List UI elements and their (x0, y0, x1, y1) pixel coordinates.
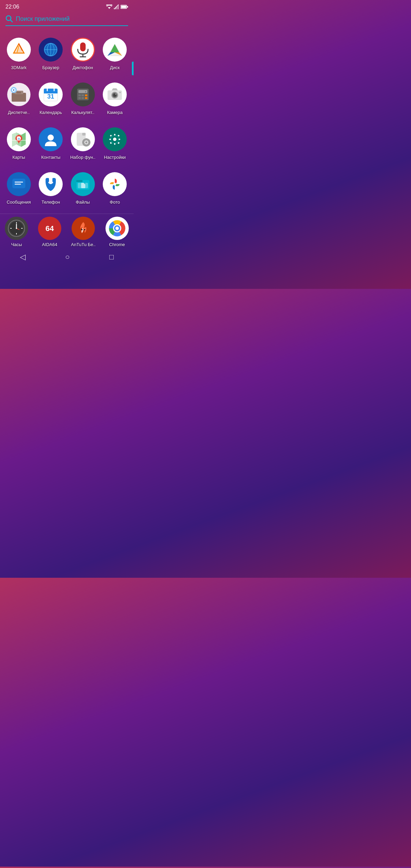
status-bar: 22:06 (0, 0, 134, 12)
nav-home-button[interactable]: ○ (65, 253, 70, 261)
wifi-icon (106, 4, 112, 9)
app-icon-files (71, 172, 95, 196)
svg-rect-46 (82, 94, 84, 96)
app-item-calendar[interactable]: 31 Календарь (35, 76, 67, 121)
svg-marker-91 (14, 188, 17, 190)
app-item-files[interactable]: Файлы (67, 166, 99, 211)
app-item-browser[interactable]: Браузер (35, 31, 67, 76)
svg-rect-21 (80, 42, 86, 51)
dock-item-antutu[interactable]: AnTuTu Бе.. (71, 217, 96, 247)
svg-rect-82 (109, 139, 111, 140)
svg-rect-81 (114, 143, 115, 145)
dock-label-aida64: AIDA64 (42, 242, 57, 247)
app-icon-3dmark (7, 38, 31, 62)
dock-icon-chrome (105, 217, 129, 240)
dock-item-chrome[interactable]: Chrome (105, 217, 129, 247)
dock-icon-aida64: 64 (38, 217, 61, 240)
svg-rect-48 (78, 97, 81, 99)
svg-rect-75 (82, 142, 84, 143)
scroll-indicator (132, 62, 134, 75)
app-label-files: Файлы (76, 200, 90, 205)
dock-icon-clock (5, 217, 28, 240)
app-item-maps[interactable]: G Карты (3, 121, 35, 166)
nav-recents-button[interactable]: □ (109, 253, 114, 261)
app-item-photo[interactable]: Фото (99, 166, 131, 211)
app-item-nabor[interactable]: Набор фун.. (67, 121, 99, 166)
svg-point-72 (85, 141, 87, 143)
svg-rect-73 (86, 138, 87, 140)
app-label-phone: Телефон (41, 200, 60, 205)
svg-rect-8 (127, 6, 128, 8)
app-icon-browser (39, 38, 63, 62)
svg-point-79 (113, 138, 116, 141)
dock-item-clock[interactable]: Часы (5, 217, 28, 247)
app-label-contacts: Контакты (41, 155, 60, 160)
status-icons (106, 4, 128, 9)
app-item-calculator[interactable]: + Калькулят.. (67, 76, 99, 121)
app-item-drive[interactable]: Диск (99, 31, 131, 76)
app-item-settings[interactable]: Настройки (99, 121, 131, 166)
svg-text:+: + (85, 91, 86, 93)
app-label-messages: Сообщения (7, 200, 31, 205)
svg-rect-45 (78, 94, 81, 96)
app-label-browser: Браузер (42, 65, 59, 70)
svg-rect-83 (119, 139, 120, 140)
app-item-phone[interactable]: Телефон (35, 166, 67, 211)
app-item-camera[interactable]: Камера (99, 76, 131, 121)
svg-rect-7 (121, 6, 126, 8)
svg-rect-80 (114, 134, 115, 136)
svg-rect-49 (82, 97, 84, 99)
app-icon-maps: G (7, 127, 31, 151)
app-label-settings: Настройки (104, 155, 126, 160)
svg-point-55 (115, 94, 116, 95)
svg-text:64: 64 (46, 224, 54, 233)
dock-label-clock: Часы (11, 242, 22, 247)
svg-marker-28 (108, 52, 122, 56)
app-item-dictofon[interactable]: Диктофон (67, 31, 99, 76)
app-item-3dmark[interactable]: 3DMark (3, 31, 35, 76)
app-grid: 3DMark Браузер Диктофон (0, 31, 134, 211)
dock-label-chrome: Chrome (109, 242, 125, 247)
svg-point-67 (48, 135, 54, 141)
app-label-maps: Карты (12, 155, 25, 160)
app-label-3dmark: 3DMark (11, 65, 27, 70)
app-icon-calculator: + (71, 82, 95, 106)
search-bar[interactable]: Поиск приложений (5, 15, 128, 26)
app-icon-calendar: 31 (39, 82, 63, 106)
app-icon-settings (103, 127, 127, 151)
app-icon-dictofon (71, 38, 95, 62)
svg-point-35 (13, 89, 14, 91)
nav-back-button[interactable]: ◁ (20, 253, 26, 261)
app-icon-dispatcher (7, 82, 31, 106)
svg-point-112 (84, 229, 85, 230)
svg-point-107 (16, 228, 17, 229)
app-label-nabor: Набор фун.. (70, 155, 96, 160)
app-item-messages[interactable]: Сообщения (3, 166, 35, 211)
app-item-contacts[interactable]: Контакты (35, 121, 67, 166)
app-icon-drive (103, 38, 127, 62)
svg-text:31: 31 (47, 93, 54, 100)
svg-point-111 (81, 229, 83, 230)
app-item-dispatcher[interactable]: Диспетче.. (3, 76, 35, 121)
app-label-drive: Диск (110, 65, 120, 70)
svg-line-10 (10, 20, 12, 22)
dock-item-aida64[interactable]: 64 AIDA64 (38, 217, 61, 247)
app-icon-contacts (39, 127, 63, 151)
dock: Часы 64 AIDA64 AnTuTu Бе.. (0, 214, 134, 248)
svg-marker-25 (110, 44, 119, 52)
dock-label-antutu: AnTuTu Бе.. (71, 242, 96, 247)
app-icon-camera (103, 82, 127, 106)
dock-icon-antutu (72, 217, 95, 240)
app-label-photo: Фото (110, 200, 120, 205)
svg-rect-76 (89, 142, 90, 143)
svg-point-116 (115, 227, 119, 230)
svg-rect-32 (16, 92, 21, 93)
app-icon-nabor (71, 127, 95, 151)
svg-text:G: G (18, 137, 20, 140)
battery-icon (121, 5, 128, 9)
svg-rect-69 (82, 133, 86, 136)
search-placeholder: Поиск приложений (16, 15, 70, 23)
signal-icon (114, 4, 119, 9)
svg-rect-74 (86, 145, 87, 146)
svg-rect-47 (85, 94, 87, 96)
